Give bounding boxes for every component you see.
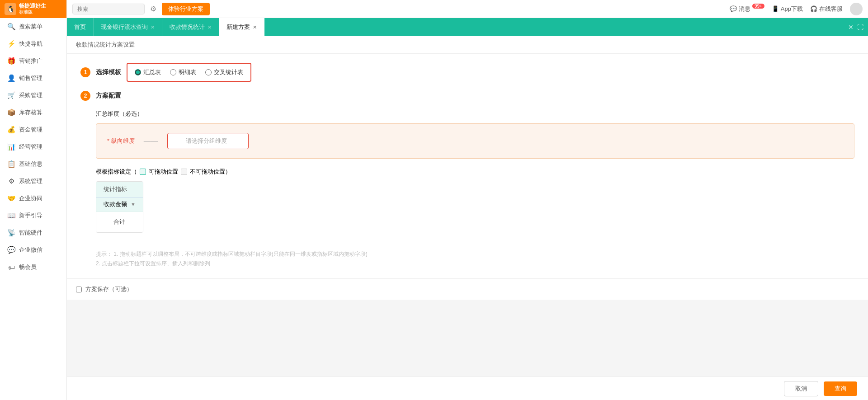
metrics-table-area: 统计指标 收款金额 ▼ 合计 <box>96 181 143 233</box>
avatar[interactable] <box>850 3 863 15</box>
step1-label: 选择模板 <box>96 68 121 76</box>
nondraggable-legend-box <box>181 169 187 175</box>
tip-item-1: 提示： 1. 拖动标题栏可以调整布局，不可跨维度或指标区域拖动栏目字段(只能在同… <box>96 250 854 258</box>
tabbar-actions: ✕ ⛶ <box>844 18 868 36</box>
download-label: App下载 <box>781 5 803 13</box>
radio-cross-input[interactable] <box>205 69 212 75</box>
sidebar-item-inventory[interactable]: 📦 库存核算 <box>0 104 66 121</box>
sidebar: 🐧 畅捷通好生 标准版 🔍 搜索菜单 ⚡ 快捷导航 🎁 营销推广 👤 销售管理 … <box>0 0 67 400</box>
cancel-button[interactable]: 取消 <box>784 381 818 396</box>
search-input[interactable] <box>72 4 145 14</box>
nondraggable-label: 不可拖动位置） <box>190 168 231 176</box>
logo-text: 畅捷通好生 <box>19 3 46 9</box>
download-icon: 📱 <box>772 5 779 12</box>
radio-detail-input[interactable] <box>170 69 176 75</box>
sidebar-label-member: 畅会员 <box>19 263 37 271</box>
tab-collection-stats[interactable]: 收款情况统计 ✕ <box>162 18 219 36</box>
sidebar-item-cooperation[interactable]: 🤝 企业协同 <box>0 190 66 207</box>
sales-icon: 👤 <box>7 74 15 82</box>
sidebar-label-search-menu: 搜索菜单 <box>19 23 42 31</box>
metrics-table-body: 合计 <box>96 212 143 232</box>
dimension-select[interactable]: 请选择分组维度 <box>167 133 249 149</box>
tab-new-plan-close[interactable]: ✕ <box>253 24 257 30</box>
radio-summary[interactable]: 汇总表 <box>135 68 161 76</box>
vertical-dim-label: * 纵向维度 <box>107 137 135 145</box>
message-badge: 99+ <box>752 4 764 9</box>
step1-row: 1 选择模板 汇总表 明细表 交叉统计表 <box>80 63 854 82</box>
support-label: 在线客服 <box>819 5 843 13</box>
step2-row: 2 方案配置 <box>80 91 854 101</box>
tabbar: 首页 现金银行流水查询 ✕ 收款情况统计 ✕ 新建方案 ✕ ✕ ⛶ <box>67 18 868 36</box>
sidebar-item-member[interactable]: 🏷 畅会员 <box>0 259 66 276</box>
metrics-config-label-pre: 模板指标设定（ <box>96 168 137 176</box>
draggable-legend-box <box>140 169 146 175</box>
sidebar-item-marketing[interactable]: 🎁 营销推广 <box>0 52 66 70</box>
radio-detail[interactable]: 明细表 <box>170 68 196 76</box>
cooperation-icon: 🤝 <box>7 194 15 202</box>
tab-close-btn[interactable]: ✕ <box>848 24 854 31</box>
sidebar-label-sales: 销售管理 <box>19 74 42 82</box>
sidebar-item-smart-hw[interactable]: 📡 智能硬件 <box>0 224 66 241</box>
query-button[interactable]: 查询 <box>824 381 857 396</box>
footer-buttons: 取消 查询 <box>67 376 868 400</box>
template-select-area: 汇总表 明细表 交叉统计表 <box>127 63 251 82</box>
main-area: ⚙ 体验行业方案 💬 消息 99+ 📱 App下载 🎧 在线客服 首页 现金银行… <box>67 0 868 400</box>
sidebar-label-purchase: 采购管理 <box>19 91 42 99</box>
tab-collection-stats-label: 收款情况统计 <box>170 23 205 31</box>
system-icon: ⚙ <box>7 177 15 185</box>
sidebar-item-operations[interactable]: 📊 经营管理 <box>0 138 66 155</box>
draggable-label: 可拖动位置 <box>149 168 178 176</box>
sidebar-item-sales[interactable]: 👤 销售管理 <box>0 70 66 87</box>
sidebar-item-system[interactable]: ⚙ 系统管理 <box>0 173 66 190</box>
topbar-right: 💬 消息 99+ 📱 App下载 🎧 在线客服 <box>730 3 863 15</box>
member-icon: 🏷 <box>7 264 15 271</box>
sidebar-item-wechat[interactable]: 💬 企业微信 <box>0 241 66 259</box>
message-item[interactable]: 💬 消息 99+ <box>730 5 764 13</box>
tab-collection-stats-close[interactable]: ✕ <box>208 24 212 30</box>
sidebar-item-search-menu[interactable]: 🔍 搜索菜单 <box>0 18 66 35</box>
tip-item-2: 2. 点击标题栏下拉可设置排序、插入列和删除列 <box>96 260 854 268</box>
metrics-dropdown-icon[interactable]: ▼ <box>131 202 136 207</box>
quick-nav-icon: ⚡ <box>7 40 15 48</box>
tips-section: 提示： 1. 拖动标题栏可以调整布局，不可跨维度或指标区域拖动栏目字段(只能在同… <box>96 250 854 268</box>
download-item[interactable]: 📱 App下载 <box>772 5 803 13</box>
logo-sub: 标准版 <box>19 9 46 15</box>
sidebar-label-system: 系统管理 <box>19 177 42 185</box>
sidebar-label-inventory: 库存核算 <box>19 108 42 117</box>
sidebar-item-guide[interactable]: 📖 新手引导 <box>0 207 66 224</box>
dimension-select-placeholder: 请选择分组维度 <box>186 137 227 144</box>
radio-cross[interactable]: 交叉统计表 <box>205 68 243 76</box>
smart-hw-icon: 📡 <box>7 229 15 237</box>
sidebar-label-quick-nav: 快捷导航 <box>19 40 42 48</box>
page-content: 收款情况统计方案设置 1 选择模板 汇总表 明细表 <box>67 36 868 400</box>
metrics-config-header: 模板指标设定（ 可拖动位置 不可拖动位置） <box>96 168 854 176</box>
sidebar-label-wechat: 企业微信 <box>19 246 42 254</box>
tab-expand-btn[interactable]: ⛶ <box>857 24 863 31</box>
save-checkbox[interactable] <box>76 287 82 292</box>
metrics-table-header: 统计指标 <box>96 182 143 198</box>
arrow-icon: —— <box>144 137 158 145</box>
sidebar-item-purchase[interactable]: 🛒 采购管理 <box>0 87 66 104</box>
tab-bank-flow[interactable]: 现金银行流水查询 ✕ <box>94 18 162 36</box>
page-title: 收款情况统计方案设置 <box>76 41 135 48</box>
step2-num: 2 <box>80 91 90 101</box>
metrics-column-row[interactable]: 收款金额 ▼ <box>96 198 143 212</box>
save-label: 方案保存（可选） <box>85 285 132 293</box>
sidebar-item-finance[interactable]: 💰 资金管理 <box>0 121 66 138</box>
step2-label: 方案配置 <box>96 92 121 100</box>
support-item[interactable]: 🎧 在线客服 <box>810 5 843 13</box>
guide-icon: 📖 <box>7 212 15 220</box>
sidebar-item-basic-info[interactable]: 📋 基础信息 <box>0 155 66 173</box>
sidebar-item-quick-nav[interactable]: ⚡ 快捷导航 <box>0 35 66 52</box>
purchase-icon: 🛒 <box>7 91 15 99</box>
tab-home[interactable]: 首页 <box>67 18 94 36</box>
message-icon: 💬 <box>730 5 737 12</box>
tab-new-plan[interactable]: 新建方案 ✕ <box>219 18 264 36</box>
trial-button[interactable]: 体验行业方案 <box>162 3 210 15</box>
sidebar-logo: 🐧 畅捷通好生 标准版 <box>0 0 66 18</box>
settings-icon[interactable]: ⚙ <box>150 5 156 13</box>
sidebar-label-cooperation: 企业协同 <box>19 194 42 202</box>
tab-bank-flow-close[interactable]: ✕ <box>151 24 155 30</box>
radio-summary-input[interactable] <box>135 69 141 75</box>
operations-icon: 📊 <box>7 143 15 151</box>
